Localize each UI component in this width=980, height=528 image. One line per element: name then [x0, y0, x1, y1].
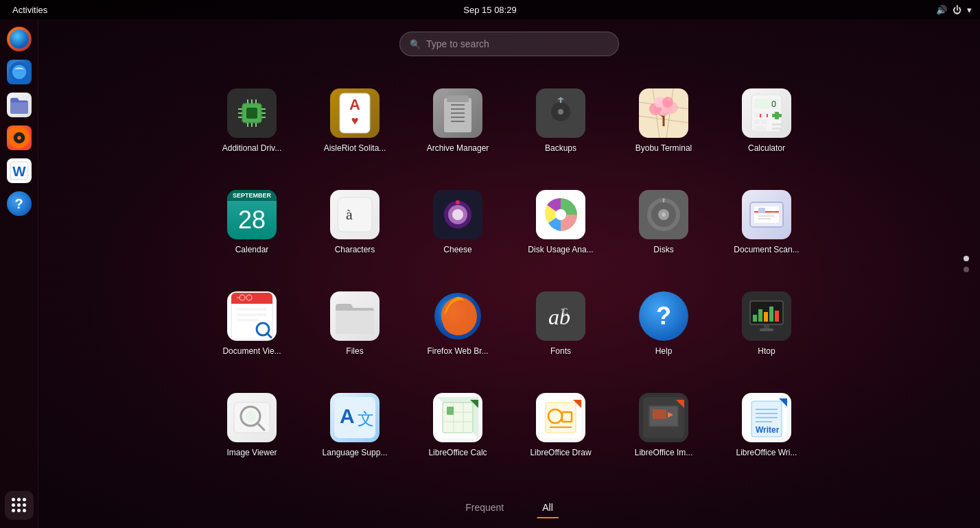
svg-point-4 — [17, 136, 21, 140]
page-indicators — [964, 256, 969, 272]
svg-point-107 — [245, 411, 256, 422]
app-label-calendar: Calendar — [235, 245, 269, 254]
svg-rect-97 — [753, 315, 757, 322]
app-label-cheese: Cheese — [443, 245, 471, 254]
app-item-htop[interactable]: Htop — [719, 283, 815, 364]
lo-writer-icon: Writer — [742, 393, 791, 442]
lo-draw-icon — [536, 393, 585, 442]
svg-text:A: A — [349, 96, 360, 113]
svg-point-33 — [558, 109, 563, 115]
svg-rect-60 — [338, 197, 372, 232]
characters-icon: à — [330, 190, 380, 239]
svg-rect-53 — [772, 123, 782, 125]
app-item-characters[interactable]: à Characters — [307, 182, 403, 263]
app-label-firefox: Firefox Web Br... — [427, 346, 488, 356]
svg-rect-56 — [754, 119, 760, 124]
sidebar-item-libreoffice[interactable]: W — [5, 156, 34, 185]
app-item-language-support[interactable]: A 文 Language Supp... — [307, 385, 403, 466]
svg-rect-57 — [761, 112, 767, 117]
calculator-icon: 0 — [742, 88, 791, 138]
firefox-icon — [433, 291, 482, 341]
app-label-files: Files — [346, 346, 363, 356]
sidebar-item-files[interactable] — [5, 91, 34, 119]
app-item-backups[interactable]: Backups — [513, 80, 609, 161]
app-item-document-viewer[interactable]: Document Vie... — [204, 283, 300, 364]
svg-text:Writer: Writer — [756, 425, 780, 435]
app-label-archive-manager: Archive Manager — [427, 143, 489, 153]
page-dot-1[interactable] — [964, 256, 969, 261]
search-input[interactable] — [426, 38, 609, 49]
app-item-fonts[interactable]: ab c Fonts — [513, 283, 609, 364]
app-item-byobu[interactable]: Byobu Terminal — [616, 80, 712, 161]
sidebar-item-rhythmbox[interactable] — [5, 123, 34, 152]
app-item-files[interactable]: Files — [307, 283, 403, 364]
app-item-cheese[interactable]: Cheese — [410, 182, 506, 263]
help-icon: ? — [639, 291, 688, 341]
app-label-help: Help — [655, 346, 673, 356]
svg-text:0: 0 — [771, 99, 776, 109]
power-icon[interactable]: ⏻ — [953, 5, 961, 15]
volume-icon[interactable]: 🔊 — [936, 5, 947, 15]
app-item-image-viewer[interactable]: Image Viewer — [204, 385, 300, 466]
svg-rect-55 — [754, 112, 760, 117]
svg-rect-8 — [246, 108, 257, 119]
app-item-lo-draw[interactable]: LibreOffice Draw — [513, 385, 609, 466]
svg-point-46 — [662, 97, 673, 108]
lo-calc-icon — [433, 393, 482, 442]
app-item-lo-calc[interactable]: LibreOffice Calc — [410, 385, 506, 466]
app-label-calculator: Calculator — [748, 143, 785, 153]
image-viewer-icon — [227, 393, 277, 442]
app-label-lo-draw: LibreOffice Draw — [530, 448, 591, 457]
app-label-disk-usage: Disk Usage Ana... — [528, 245, 593, 254]
app-item-lo-writer[interactable]: Writer LibreOffice Wri... — [719, 385, 815, 466]
svg-rect-59 — [754, 126, 767, 131]
disks-icon — [639, 190, 688, 239]
svg-text:W: W — [12, 163, 26, 179]
show-apps-button[interactable] — [5, 491, 34, 520]
svg-rect-99 — [764, 312, 768, 322]
svg-rect-51 — [775, 112, 779, 119]
aisleriot-icon: A ♥ — [330, 88, 380, 138]
sidebar-item-help[interactable]: ? — [5, 189, 34, 218]
files-icon — [330, 291, 380, 341]
clock: Sep 15 08:29 — [463, 5, 516, 15]
svg-rect-130 — [653, 409, 666, 419]
app-label-document-viewer: Document Vie... — [222, 346, 281, 356]
help-sidebar-icon: ? — [7, 191, 32, 216]
app-item-document-scanner[interactable]: Document Scan... — [719, 182, 815, 263]
app-item-aisleriot[interactable]: A ♥ AisleRiot Solita... — [307, 80, 403, 161]
app-item-lo-impress[interactable]: LibreOffice Im... — [616, 385, 712, 466]
rhythmbox-icon — [7, 125, 32, 150]
svg-rect-84 — [237, 313, 267, 316]
byobu-icon — [639, 88, 688, 138]
tab-frequent[interactable]: Frequent — [460, 499, 509, 516]
app-label-fonts: Fonts — [550, 346, 571, 356]
app-item-archive-manager[interactable]: Archive Manager — [410, 80, 506, 161]
search-bar[interactable]: 🔍 — [399, 32, 619, 56]
app-label-htop: Htop — [758, 346, 775, 356]
app-item-calendar[interactable]: SEPTEMBER 28 Calendar — [204, 182, 300, 263]
dropdown-icon[interactable]: ▾ — [967, 5, 972, 15]
svg-point-1 — [12, 65, 26, 80]
app-item-disk-usage[interactable]: Disk Usage Ana... — [513, 182, 609, 263]
grid-icon — [12, 498, 27, 513]
sidebar-item-firefox[interactable] — [5, 25, 34, 53]
page-dot-2[interactable] — [964, 267, 969, 272]
activities-button[interactable]: Activities — [8, 5, 51, 15]
app-item-calculator[interactable]: 0 Calculator — [719, 80, 815, 161]
firefox-icon — [7, 27, 32, 51]
lo-impress-icon — [639, 393, 688, 442]
sidebar-item-thunderbird[interactable] — [5, 58, 34, 86]
app-label-backups: Backups — [545, 143, 576, 153]
app-item-disks[interactable]: Disks — [616, 182, 712, 263]
app-item-help[interactable]: ? Help — [616, 283, 712, 364]
files-sidebar-icon — [7, 93, 32, 117]
tab-all[interactable]: All — [537, 499, 559, 516]
app-item-firefox[interactable]: Firefox Web Br... — [410, 283, 506, 364]
app-item-additional-drivers[interactable]: Additional Driv... — [204, 80, 300, 161]
backups-icon — [536, 88, 585, 138]
svg-rect-75 — [754, 206, 779, 223]
svg-text:文: 文 — [358, 409, 374, 428]
svg-point-65 — [452, 209, 463, 220]
language-support-icon: A 文 — [330, 393, 380, 442]
